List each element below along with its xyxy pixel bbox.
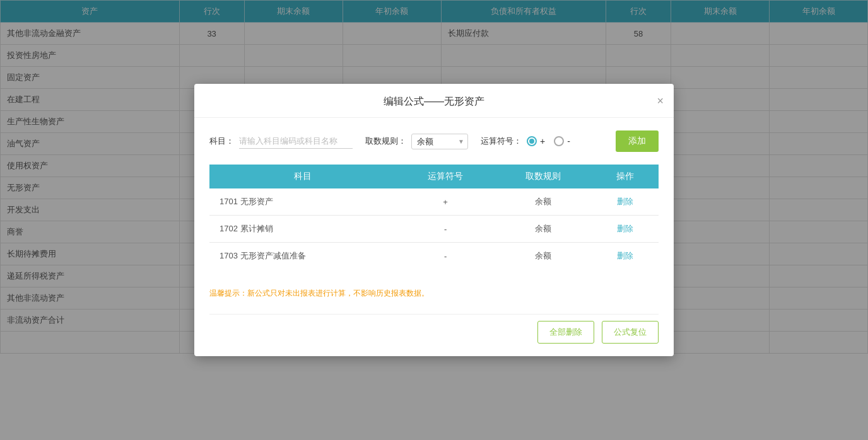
th-rule: 取数规则: [495, 165, 592, 188]
modal-close-button[interactable]: ×: [657, 95, 664, 107]
th-subject: 科目: [209, 165, 397, 188]
row2-action: 删除: [592, 243, 659, 270]
modal-title: 编辑公式——无形资产: [384, 96, 484, 107]
radio-plus-circle: [527, 136, 537, 146]
delete-button-0[interactable]: 删除: [617, 197, 633, 206]
table-row: 1703 无形资产减值准备 - 余额 删除: [209, 243, 659, 270]
data-table: 科目 运算符号 取数规则 操作 1701 无形资产 + 余额 删除: [209, 165, 659, 269]
modal-header: 编辑公式——无形资产 ×: [194, 84, 674, 118]
tip-text: 温馨提示：新公式只对未出报表进行计算，不影响历史报表数据。: [209, 282, 659, 301]
subject-group: 科目：: [209, 134, 353, 149]
radio-minus-label: -: [567, 136, 570, 146]
subject-input[interactable]: [239, 134, 353, 149]
rule-select-wrap: 余额 借方 贷方 借方发生额 贷方发生额 ▼: [411, 134, 468, 149]
radio-minus-circle: [554, 136, 564, 146]
table-row: 1702 累计摊销 - 余额 删除: [209, 216, 659, 243]
modal-footer: 全部删除 公式复位: [194, 315, 674, 356]
row0-subject: 1701 无形资产: [209, 188, 397, 216]
rule-label: 取数规则：: [365, 136, 406, 147]
row1-action: 删除: [592, 216, 659, 243]
reset-button[interactable]: 公式复位: [602, 321, 659, 344]
operator-label: 运算符号：: [481, 136, 522, 147]
radio-group: + -: [527, 136, 570, 146]
modal-body: 科目： 取数规则： 余额 借方 贷方 借方发生额 贷方发生额 ▼: [194, 118, 674, 314]
row2-rule: 余额: [495, 243, 592, 270]
rule-group: 取数规则： 余额 借方 贷方 借方发生额 贷方发生额 ▼: [365, 134, 468, 149]
delete-button-2[interactable]: 删除: [617, 251, 633, 260]
add-button[interactable]: 添加: [616, 130, 659, 152]
row2-subject: 1703 无形资产减值准备: [209, 243, 397, 270]
delete-all-button[interactable]: 全部删除: [537, 321, 594, 344]
operator-group: 运算符号： + -: [481, 136, 570, 147]
table-header-row: 科目 运算符号 取数规则 操作: [209, 165, 659, 188]
radio-plus-label: +: [540, 136, 545, 146]
th-operator: 运算符号: [397, 165, 495, 188]
modal-dialog: 编辑公式——无形资产 × 科目： 取数规则： 余额 借方: [194, 84, 674, 356]
row1-operator: -: [397, 216, 495, 243]
row1-subject: 1702 累计摊销: [209, 216, 397, 243]
row1-rule: 余额: [495, 216, 592, 243]
table-row: 1701 无形资产 + 余额 删除: [209, 188, 659, 216]
subject-label: 科目：: [209, 136, 234, 147]
row0-operator: +: [397, 188, 495, 216]
row0-rule: 余额: [495, 188, 592, 216]
rule-select[interactable]: 余额 借方 贷方 借方发生额 贷方发生额: [411, 134, 468, 149]
th-action: 操作: [592, 165, 659, 188]
modal-overlay: 编辑公式——无形资产 × 科目： 取数规则： 余额 借方: [0, 0, 868, 440]
row0-action: 删除: [592, 188, 659, 216]
delete-button-1[interactable]: 删除: [617, 224, 633, 233]
radio-minus[interactable]: -: [554, 136, 570, 146]
radio-plus[interactable]: +: [527, 136, 545, 146]
row2-operator: -: [397, 243, 495, 270]
form-row: 科目： 取数规则： 余额 借方 贷方 借方发生额 贷方发生额 ▼: [209, 130, 659, 152]
